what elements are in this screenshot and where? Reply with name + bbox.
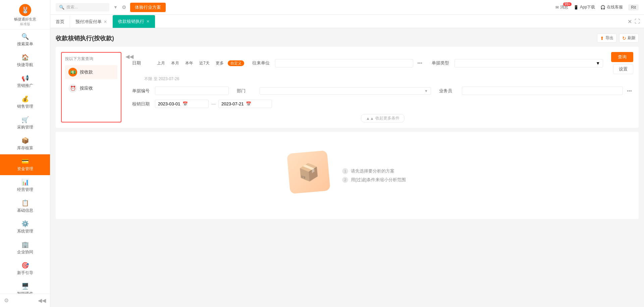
filter-scheme-title: 按以下方案查询	[65, 56, 117, 62]
page-content: 收款核销执行(按收款) ⬆ 导出 ↻ 刷新 按以下方案查询 💵 按收款	[50, 28, 644, 307]
tab-bar: 首页 预付冲应付单 ✕ 收款核销执行 ✕ ✕ ⛶	[50, 15, 644, 28]
refresh-btn[interactable]: ↻ 刷新	[619, 34, 639, 43]
sidebar-item-sales[interactable]: 💰 销售管理	[0, 92, 50, 113]
empty-state: 📦 1 请先选择要分析的方案 2 用[过滤]条件来缩小分析范围	[56, 132, 639, 219]
collapse-up-icon: ▲▲	[366, 116, 374, 121]
header-service-btn[interactable]: 🎧 在线客服	[600, 4, 623, 10]
export-btn[interactable]: ⬆ 导出	[597, 34, 616, 43]
date-more-btn[interactable]: 更多	[214, 60, 226, 67]
sidebar-item-system[interactable]: ⚙️ 系统管理	[0, 217, 50, 238]
header-user[interactable]: Rit	[628, 4, 639, 10]
staff-field: 业务员 •••	[439, 87, 633, 95]
staff-label: 业务员	[439, 88, 459, 94]
dropdown-chevron-icon[interactable]: ▼	[113, 5, 118, 10]
logo-text: 畅捷通好生意	[14, 17, 36, 22]
filter-option-by-receivable[interactable]: ⏰ 按应收	[65, 81, 117, 95]
header-gear-icon[interactable]: ⚙	[122, 4, 126, 10]
header-app-btn[interactable]: 📱 App下载	[574, 4, 595, 10]
verify-date-start-input[interactable]: 2023-03-01 📅	[155, 100, 209, 108]
filter-row-3: 核销日期 2023-03-01 📅 — 2023-07-21	[132, 100, 633, 108]
empty-illustration: 📦	[287, 150, 330, 194]
hardware-icon: 🖥️	[21, 283, 29, 290]
marketing-icon: 📢	[21, 74, 29, 82]
tab-receipt-offset[interactable]: 收款核销执行 ✕	[113, 15, 155, 28]
sidebar-item-purchase[interactable]: 🛒 采购管理	[0, 113, 50, 134]
tab-bar-right: ✕ ⛶	[628, 18, 640, 24]
service-icon: 🎧	[600, 5, 605, 10]
sidebar-item-quick-nav[interactable]: 🏠 快捷导航	[0, 50, 50, 71]
dept-select[interactable]: ▼	[260, 87, 431, 95]
sidebar-label: 搜索菜单	[17, 41, 33, 47]
sidebar-item-search-menu[interactable]: 🔍 搜索菜单	[0, 30, 50, 50]
receipt-tab-close-icon[interactable]: ✕	[146, 19, 150, 24]
sidebar-item-marketing[interactable]: 📢 营销推广	[0, 71, 50, 92]
sidebar-label: 系统管理	[17, 228, 33, 234]
date-label: 日期	[132, 60, 152, 66]
main-area: 🔍 搜索... ▼ ⚙ 体验行业方案 ✉ 消息 99+ 📱 App下载 🎧 在线…	[50, 0, 644, 307]
date-custom-tag[interactable]: 自定义	[228, 60, 244, 66]
collapse-btn[interactable]: ▲▲ 收起更多条件	[361, 114, 405, 122]
search-icon: 🔍	[59, 5, 64, 10]
sidebar-item-guide[interactable]: 🎯 新手引导	[0, 258, 50, 279]
date-to-text: 至 2023-07-26	[154, 76, 179, 81]
date-last-month-btn[interactable]: 上月	[155, 60, 167, 67]
header-msg-btn[interactable]: ✉ 消息 99+	[555, 4, 568, 10]
by-receivable-label: 按应收	[80, 85, 93, 91]
sidebar-item-base-info[interactable]: 📋 基础信息	[0, 196, 50, 217]
partner-label: 往来单位	[252, 60, 272, 66]
sidebar-item-inventory[interactable]: 📦 库存核算	[0, 134, 50, 154]
verify-date-end-input[interactable]: 2023-07-21 📅	[218, 100, 272, 108]
top-header: 🔍 搜索... ▼ ⚙ 体验行业方案 ✉ 消息 99+ 📱 App下载 🎧 在线…	[50, 0, 644, 15]
date-field: 日期 上月 本月 本年 近7天 更多 自定义	[132, 60, 244, 67]
date-unlimit-text: 不限	[144, 76, 152, 81]
date-this-month-btn[interactable]: 本月	[169, 60, 181, 67]
date-this-year-btn[interactable]: 本年	[183, 60, 195, 67]
enterprise-icon: 🏢	[21, 241, 29, 248]
partner-input[interactable]	[275, 59, 413, 67]
sidebar-item-enterprise[interactable]: 🏢 企业协同	[0, 238, 50, 258]
by-receivable-icon: ⏰	[68, 84, 77, 93]
verify-date-start-cal-icon[interactable]: 📅	[182, 101, 188, 106]
tip-num-1: 1	[342, 168, 348, 174]
staff-input[interactable]	[462, 87, 623, 95]
empty-tip-2: 2 用[过滤]条件来缩小分析范围	[342, 177, 406, 183]
sales-icon: 💰	[21, 95, 29, 103]
settings-btn[interactable]: 设置	[613, 64, 633, 74]
verify-date-end-cal-icon[interactable]: 📅	[246, 101, 251, 106]
tab-prepay-offset[interactable]: 预付冲应付单 ✕	[70, 16, 113, 28]
sidebar-label: 快捷导航	[17, 62, 33, 68]
date-7days-btn[interactable]: 近7天	[197, 60, 212, 67]
sidebar-item-operations[interactable]: 📊 经营管理	[0, 175, 50, 196]
staff-more-icon[interactable]: •••	[626, 88, 633, 94]
dept-field: 部门 ▼	[237, 87, 431, 95]
header-search-text: 搜索...	[66, 4, 78, 10]
filter-option-by-receipt[interactable]: 💵 按收款	[65, 65, 117, 79]
tab-home[interactable]: 首页	[50, 16, 70, 28]
prepay-tab-close-icon[interactable]: ✕	[104, 19, 107, 24]
bill-type-select[interactable]: ▼	[454, 59, 603, 67]
sidebar-label: 智能硬件	[17, 291, 33, 294]
industry-btn[interactable]: 体验行业方案	[130, 3, 166, 12]
collapse-row: ▲▲ 收起更多条件	[132, 114, 633, 122]
header-search-area[interactable]: 🔍 搜索...	[56, 3, 109, 11]
guide-icon: 🎯	[21, 262, 29, 269]
sidebar-label: 库存核算	[17, 145, 33, 151]
partner-more-icon[interactable]: •••	[416, 60, 424, 66]
bill-type-dropdown-icon: ▼	[596, 61, 600, 66]
base-info-icon: 📋	[21, 199, 29, 207]
bill-no-input[interactable]	[155, 87, 229, 95]
tab-expand-icon[interactable]: ⛶	[635, 18, 640, 24]
sidebar-collapse-icon[interactable]: ◀◀	[38, 297, 46, 304]
tab-close-all-icon[interactable]: ✕	[628, 18, 632, 24]
sidebar-label: 经营管理	[17, 187, 33, 193]
app-icon: 📱	[574, 5, 579, 10]
sidebar: 🐰 畅捷通好生意 标准版 🔍 搜索菜单 🏠 快捷导航 📢 营销推广 💰 销售管理…	[0, 0, 50, 307]
sidebar-settings-icon[interactable]: ⚙	[4, 297, 9, 304]
operations-icon: 📊	[21, 178, 29, 186]
sidebar-item-finance[interactable]: 💳 资金管理	[0, 154, 50, 175]
query-btn[interactable]: 查询	[611, 52, 633, 62]
dept-label: 部门	[237, 88, 257, 94]
export-icon: ⬆	[600, 36, 604, 41]
page-title: 收款核销执行(按收款)	[56, 34, 114, 42]
sidebar-item-hardware[interactable]: 🖥️ 智能硬件	[0, 279, 50, 294]
